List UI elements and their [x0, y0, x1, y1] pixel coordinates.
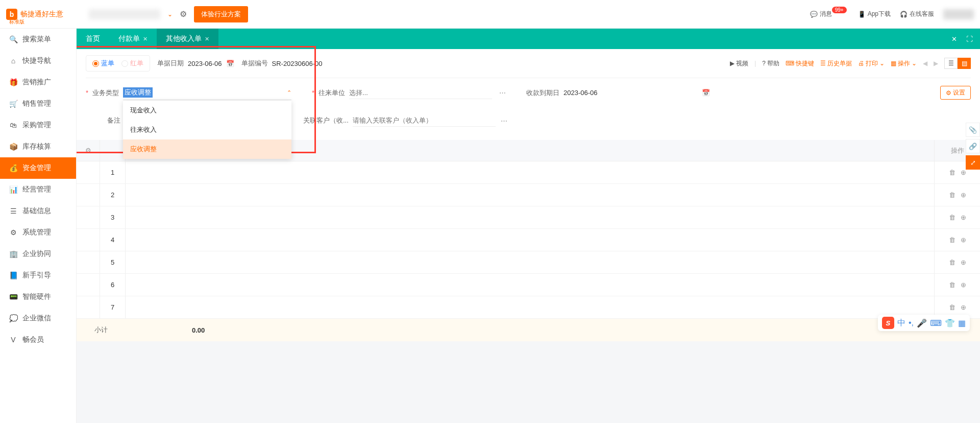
delete-row-icon[interactable]: 🗑 — [949, 214, 955, 221]
shortcut-label: 快捷键 — [796, 59, 814, 68]
sidebar-item-sales[interactable]: 🛒销售管理 — [0, 93, 76, 114]
ime-punct-icon[interactable]: •, — [909, 318, 914, 327]
gear-icon[interactable]: ⚙ — [180, 9, 187, 19]
ime-keyboard-icon[interactable]: ⌨ — [930, 318, 942, 328]
tab-other-income[interactable]: 其他收入单✕ — [157, 29, 218, 49]
sidebar-item-marketing[interactable]: 🎁营销推广 — [0, 72, 76, 93]
trial-industry-button[interactable]: 体验行业方案 — [194, 6, 248, 22]
sidebar-item-basic-info[interactable]: ☰基础信息 — [0, 200, 76, 222]
delete-row-icon[interactable]: 🗑 — [949, 258, 955, 266]
add-row-icon[interactable]: ⊕ — [961, 258, 966, 266]
sidebar-item-purchase[interactable]: 🛍采购管理 — [0, 114, 76, 136]
ime-lang[interactable]: 中 — [897, 318, 905, 328]
partner-input[interactable] — [349, 87, 492, 99]
more-icon[interactable]: ⋯ — [501, 117, 507, 125]
cog-icon: ⚙ — [9, 228, 17, 237]
help-link[interactable]: ?帮助 — [762, 59, 779, 68]
delete-row-icon[interactable]: 🗑 — [949, 303, 955, 311]
video-link[interactable]: ▶视频 — [730, 59, 748, 68]
attachment-tool[interactable]: 📎 — [966, 123, 980, 137]
shortcut-link[interactable]: ⌨快捷键 — [786, 59, 814, 68]
sidebar-item-vip[interactable]: V畅会员 — [0, 329, 76, 350]
sidebar-item-hardware[interactable]: 📟智能硬件 — [0, 286, 76, 308]
sidebar-item-operation[interactable]: 📊经营管理 — [0, 179, 76, 200]
list-view-button[interactable]: ☰ — [944, 58, 958, 69]
sidebar-item-wecom[interactable]: 💭企业微信 — [0, 308, 76, 329]
more-icon[interactable]: ⋯ — [499, 89, 506, 97]
row-main-cell[interactable] — [126, 206, 934, 228]
table-row[interactable]: 2🗑⊕ — [77, 184, 980, 206]
row-main-cell[interactable] — [126, 184, 934, 206]
sidebar-item-inventory[interactable]: 📦库存核算 — [0, 136, 76, 157]
due-date-value[interactable]: 2023-06-06 — [564, 89, 598, 97]
app-download-link[interactable]: 📱 App下载 — [858, 10, 891, 18]
red-doc-radio[interactable]: 红单 — [121, 59, 143, 68]
add-row-icon[interactable]: ⊕ — [961, 169, 966, 176]
delete-row-icon[interactable]: 🗑 — [949, 236, 955, 244]
ime-skin-icon[interactable]: 👕 — [945, 318, 955, 328]
sidebar-item-collab[interactable]: 🏢企业协同 — [0, 243, 76, 265]
user-avatar-blurred[interactable] — [943, 9, 974, 19]
delete-row-icon[interactable]: 🗑 — [949, 169, 955, 176]
tab-home[interactable]: 首页 — [77, 29, 109, 49]
ime-more-icon[interactable]: ▦ — [958, 318, 966, 328]
prev-button[interactable]: ◀ — [923, 60, 927, 67]
print-dropdown[interactable]: 🖨打印⌄ — [858, 59, 885, 68]
add-row-icon[interactable]: ⊕ — [961, 214, 966, 221]
chevron-down-icon[interactable]: ⌄ — [167, 11, 173, 18]
close-icon[interactable]: ✕ — [205, 36, 209, 42]
tab-payment[interactable]: 付款单✕ — [109, 29, 157, 49]
dropdown-option-receivable[interactable]: 往来收入 — [123, 120, 291, 139]
next-button[interactable]: ▶ — [934, 60, 938, 67]
row-main-cell[interactable] — [126, 161, 934, 183]
delete-row-icon[interactable]: 🗑 — [949, 191, 955, 199]
link-tool[interactable]: 🔗 — [966, 139, 980, 153]
expand-tool[interactable]: ⤢ — [966, 155, 980, 170]
dropdown-option-cash[interactable]: 现金收入 — [123, 101, 291, 120]
table-row[interactable]: 5🗑⊕ — [77, 251, 980, 274]
doc-date-value[interactable]: 2023-06-06 — [188, 60, 222, 67]
sidebar-item-system[interactable]: ⚙系统管理 — [0, 222, 76, 243]
close-all-button[interactable]: ✕ — [948, 33, 960, 44]
table-row[interactable]: 1🗑⊕ — [77, 161, 980, 184]
sidebar-item-search-menu[interactable]: 🔍搜索菜单 — [0, 29, 76, 50]
delete-row-icon[interactable]: 🗑 — [949, 281, 955, 289]
operate-dropdown[interactable]: ▦操作⌄ — [891, 59, 917, 68]
doc-date-label: 单据日期 — [157, 59, 184, 68]
add-row-icon[interactable]: ⊕ — [961, 191, 966, 199]
related-customer-input[interactable] — [353, 114, 496, 127]
add-row-icon[interactable]: ⊕ — [961, 281, 966, 289]
row-main-cell[interactable] — [126, 251, 934, 273]
sidebar-item-funds[interactable]: 💰资金管理 — [0, 157, 76, 179]
online-support-link[interactable]: 🎧 在线客服 — [900, 10, 934, 18]
sidebar-item-quick-nav[interactable]: ⌂快捷导航 — [0, 50, 76, 72]
ime-toolbar[interactable]: S 中 •, 🎤 ⌨ 👕 ▦ — [878, 315, 970, 331]
card-view-button[interactable]: ▤ — [958, 58, 971, 69]
row-main-cell[interactable] — [126, 296, 934, 318]
video-label: 视频 — [736, 59, 748, 68]
settings-button[interactable]: ⚙ 设置 — [940, 86, 971, 100]
biz-type-select[interactable]: 应收调整 ⌃ 现金收入 往来收入 应收调整 — [123, 85, 291, 100]
calendar-icon[interactable]: 📅 — [702, 89, 710, 97]
row-main-cell[interactable] — [126, 274, 934, 296]
history-link[interactable]: ☰历史单据 — [820, 59, 852, 68]
add-row-icon[interactable]: ⊕ — [961, 236, 966, 244]
table-row[interactable]: 6🗑⊕ — [77, 274, 980, 296]
table-row[interactable]: 4🗑⊕ — [77, 229, 980, 251]
fullscreen-button[interactable]: ⛶ — [964, 33, 975, 44]
calendar-icon[interactable]: 📅 — [226, 60, 234, 67]
sidebar-item-label: 新手引导 — [22, 271, 51, 280]
row-main-cell[interactable] — [126, 229, 934, 251]
ime-mic-icon[interactable]: 🎤 — [917, 318, 927, 328]
table-row[interactable]: 3🗑⊕ — [77, 206, 980, 229]
blue-doc-radio[interactable]: 蓝单 — [92, 59, 114, 68]
col-number-header — [100, 140, 126, 161]
add-row-icon[interactable]: ⊕ — [961, 303, 966, 311]
sidebar-item-newbie[interactable]: 📘新手引导 — [0, 265, 76, 286]
message-link[interactable]: 💬 消息 99+ — [810, 10, 849, 18]
table-row[interactable]: 7🗑⊕ — [77, 296, 980, 319]
dropdown-option-adjustment[interactable]: 应收调整 — [123, 139, 291, 159]
close-icon[interactable]: ✕ — [143, 36, 148, 42]
table-settings-button[interactable]: ⚙ — [77, 140, 100, 161]
headset-icon: 🎧 — [900, 11, 908, 18]
